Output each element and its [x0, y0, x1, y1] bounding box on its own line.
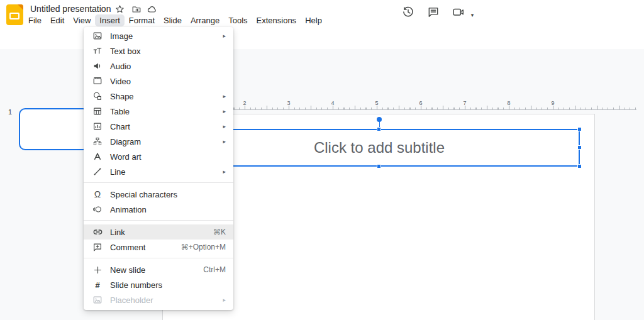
placeholder-icon — [92, 294, 103, 306]
menu-item-comment[interactable]: Comment ⌘+Option+M — [84, 240, 233, 255]
menu-item-line[interactable]: Line ▸ — [84, 164, 233, 179]
line-icon — [92, 166, 103, 177]
menu-item-video[interactable]: Video — [84, 74, 233, 89]
rotation-handle[interactable] — [377, 117, 382, 122]
menu-item-image[interactable]: Image ▸ — [84, 28, 233, 43]
hash-icon: # — [92, 279, 103, 290]
diagram-icon — [92, 136, 103, 147]
animation-icon — [92, 204, 103, 215]
shortcut-label: ⌘K — [213, 228, 226, 236]
shortcut-label: ⌘+Option+M — [181, 243, 226, 251]
omega-icon: Ω — [92, 189, 103, 200]
menu-tools[interactable]: Tools — [224, 14, 252, 26]
menu-view[interactable]: View — [69, 14, 95, 26]
ruler-mark: 4 — [331, 100, 334, 106]
menu-item-chart[interactable]: Chart ▸ — [84, 119, 233, 134]
subtitle-placeholder-textbox[interactable]: Click to add subtitle — [179, 129, 580, 167]
table-icon — [92, 106, 103, 117]
ruler-mark: 3 — [287, 100, 290, 106]
menu-item-table[interactable]: Table ▸ — [84, 104, 233, 119]
ruler-mark: 9 — [551, 100, 554, 106]
menu-file[interactable]: File — [24, 14, 46, 26]
menu-separator — [84, 220, 233, 221]
menu-help[interactable]: Help — [301, 14, 326, 26]
resize-handle-right[interactable] — [577, 145, 582, 150]
audio-icon — [92, 60, 103, 72]
submenu-arrow-icon: ▸ — [223, 33, 226, 39]
submenu-arrow-icon: ▸ — [223, 297, 226, 303]
menu-item-special-characters[interactable]: Ω Special characters — [84, 187, 233, 202]
ruler-mark: 7 — [463, 100, 466, 106]
insert-dropdown-menu: Image ▸ Text box Audio Video Shape — [84, 27, 233, 310]
plus-icon — [92, 264, 103, 275]
meet-camera-icon[interactable] — [452, 5, 465, 19]
menu-bar: File Edit View Insert Format Slide Arran… — [24, 13, 326, 27]
menu-item-diagram[interactable]: Diagram ▸ — [84, 134, 233, 149]
submenu-arrow-icon: ▸ — [223, 93, 226, 99]
shortcut-label: Ctrl+M — [203, 265, 226, 274]
resize-handle-top[interactable] — [377, 127, 381, 131]
image-icon — [92, 30, 103, 41]
resize-handle-top-right[interactable] — [577, 127, 582, 131]
menu-separator — [84, 258, 233, 258]
document-title[interactable]: Untitled presentation — [30, 4, 111, 14]
text-box-icon — [92, 45, 103, 57]
menu-item-word-art[interactable]: Word art — [84, 149, 233, 164]
shape-icon — [92, 91, 103, 102]
menu-insert[interactable]: Insert — [95, 14, 125, 26]
link-icon — [92, 226, 103, 238]
ruler-mark: 6 — [419, 100, 422, 106]
submenu-arrow-icon: ▸ — [223, 138, 226, 145]
video-icon — [92, 75, 103, 87]
resize-handle-bottom[interactable] — [377, 164, 381, 168]
menu-edit[interactable]: Edit — [46, 14, 69, 26]
submenu-arrow-icon: ▸ — [223, 168, 226, 175]
ruler-mark: 8 — [507, 100, 510, 106]
resize-handle-bottom-right[interactable] — [577, 164, 582, 168]
menu-item-placeholder: Placeholder ▸ — [84, 292, 233, 307]
filmstrip-slide-number: 1 — [8, 108, 12, 116]
subtitle-placeholder-text[interactable]: Click to add subtitle — [314, 139, 445, 157]
menu-item-shape[interactable]: Shape ▸ — [84, 89, 233, 104]
menu-item-slide-numbers[interactable]: # Slide numbers — [84, 277, 233, 292]
menu-item-animation[interactable]: Animation — [84, 202, 233, 217]
meet-dropdown-icon[interactable]: ▾ — [465, 8, 479, 22]
comment-plus-icon — [92, 241, 103, 253]
word-art-icon — [92, 151, 103, 162]
comment-history-icon[interactable] — [426, 5, 440, 19]
version-history-icon[interactable] — [401, 5, 415, 19]
menu-item-new-slide[interactable]: New slide Ctrl+M — [84, 262, 233, 277]
menu-separator — [84, 182, 233, 183]
menu-slide[interactable]: Slide — [159, 14, 186, 26]
menu-format[interactable]: Format — [125, 14, 159, 26]
menu-item-audio[interactable]: Audio — [84, 58, 233, 74]
menu-item-text-box[interactable]: Text box — [84, 43, 233, 58]
slides-logo-icon[interactable] — [6, 4, 23, 25]
ruler-mark: 2 — [243, 100, 246, 106]
submenu-arrow-icon: ▸ — [223, 123, 226, 130]
menu-item-link[interactable]: Link ⌘K — [84, 224, 233, 240]
menu-extensions[interactable]: Extensions — [252, 14, 301, 26]
google-slides-app: 1 2 3 4 5 6 7 8 9 Click to add subtitle — [0, 0, 644, 320]
ruler-mark: 5 — [375, 100, 378, 106]
slide-thumbnail[interactable] — [19, 108, 89, 150]
menu-arrange[interactable]: Arrange — [186, 14, 224, 26]
submenu-arrow-icon: ▸ — [223, 108, 226, 114]
chart-icon — [92, 121, 103, 132]
